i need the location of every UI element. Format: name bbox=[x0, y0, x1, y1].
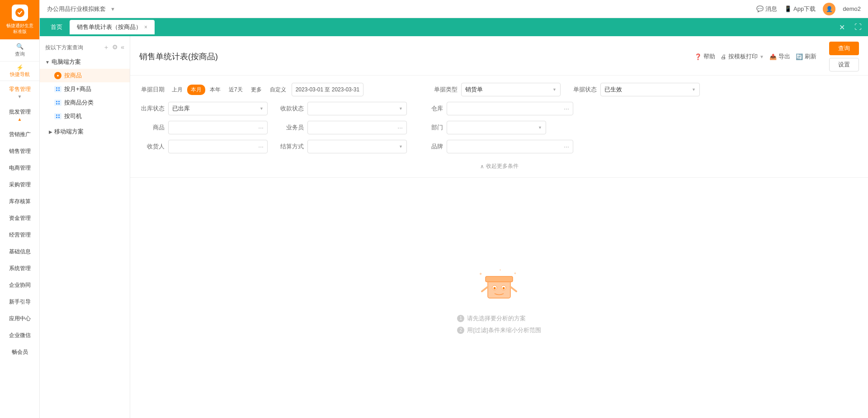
sidebar-item-guide[interactable]: 新手引导 bbox=[0, 294, 39, 310]
export-btn[interactable]: 📤 导出 bbox=[769, 52, 790, 61]
page-body: 按以下方案查询 ＋ ⚙ « ▼ 电脑端方案 ● 按商品 bbox=[40, 36, 868, 418]
sales-label: 销售管理 bbox=[9, 147, 31, 155]
by-driver-icon bbox=[54, 113, 61, 119]
sidebar-item-retail[interactable]: 零售管理 ▼ bbox=[0, 81, 39, 104]
goods-input[interactable]: ··· bbox=[168, 121, 268, 134]
message-btn[interactable]: 💬 消息 bbox=[756, 5, 777, 13]
app-logo[interactable]: 畅捷通好生意 标准版 bbox=[0, 0, 39, 39]
logo-icon bbox=[12, 5, 28, 21]
collapse-label: 收起更多条件 bbox=[486, 162, 519, 170]
sidebar-item-wechat[interactable]: 企业微信 bbox=[0, 327, 39, 344]
date-tab-more[interactable]: 更多 bbox=[247, 85, 265, 95]
sidebar-item-system[interactable]: 系统管理 bbox=[0, 260, 39, 277]
sidebar-item-basic[interactable]: 基础信息 bbox=[0, 243, 39, 260]
svg-point-18 bbox=[503, 287, 505, 289]
purchase-label: 采购管理 bbox=[9, 181, 31, 189]
sidebar-item-wholesale[interactable]: 批发管理 ▲ bbox=[0, 104, 39, 126]
tabbar: 首页 销售单统计表（按商品） × ✕ ⛶ bbox=[40, 18, 868, 36]
date-tab-7days[interactable]: 近7天 bbox=[225, 85, 246, 95]
refresh-btn[interactable]: 🔄 刷新 bbox=[796, 52, 816, 61]
sidebar-search[interactable]: 🔍 查询 bbox=[0, 39, 39, 62]
warehouse-input[interactable]: ··· bbox=[447, 102, 573, 115]
date-tab-last-month[interactable]: 上月 bbox=[168, 85, 186, 95]
sidebar-item-sales[interactable]: 销售管理 bbox=[0, 143, 39, 160]
sidebar-item-ecommerce[interactable]: 电商管理 bbox=[0, 160, 39, 176]
salesperson-input[interactable]: ··· bbox=[307, 121, 407, 134]
recipient-label: 收货人 bbox=[139, 142, 165, 151]
basic-label: 基础信息 bbox=[9, 248, 31, 256]
salesperson-label: 业务员 bbox=[278, 124, 304, 132]
tree-item-by-driver[interactable]: 按司机 bbox=[40, 109, 130, 123]
app-subtitle: 标准版 bbox=[13, 28, 27, 35]
empty-tip-2: 2 用[过滤]条件来缩小分析范围 bbox=[457, 326, 541, 334]
settlement-select[interactable] bbox=[307, 140, 407, 153]
sidebar-item-member[interactable]: 畅会员 bbox=[0, 344, 39, 361]
inventory-label: 库存核算 bbox=[9, 198, 31, 205]
mobile-group-label: 移动端方案 bbox=[54, 128, 84, 136]
filter-row-3: 商品 ··· 业务员 ··· 部门 bbox=[139, 121, 859, 134]
wechat-label: 企业微信 bbox=[9, 332, 31, 339]
brand-input[interactable]: ··· bbox=[447, 140, 573, 153]
help-link[interactable]: ❓ 帮助 bbox=[694, 52, 715, 61]
user-avatar[interactable]: 👤 bbox=[823, 3, 835, 15]
doc-type-select[interactable]: 销货单 bbox=[461, 83, 561, 96]
tab-close-icon[interactable]: × bbox=[144, 24, 147, 30]
doc-status-select[interactable]: 已生效 bbox=[600, 83, 700, 96]
tree-item-by-category[interactable]: 按商品分类 bbox=[40, 96, 130, 109]
department-select[interactable] bbox=[447, 121, 546, 134]
sidebar-item-purchase[interactable]: 采购管理 bbox=[0, 176, 39, 193]
svg-line-20 bbox=[510, 287, 516, 291]
print-btn[interactable]: 🖨 按模板打印 ▼ bbox=[721, 52, 764, 61]
topbar-dropdown-icon[interactable]: ▼ bbox=[110, 6, 115, 12]
date-tab-year[interactable]: 本年 bbox=[206, 85, 224, 95]
sidebar-item-collab[interactable]: 企业协同 bbox=[0, 277, 39, 294]
finance-label: 资金管理 bbox=[9, 214, 31, 222]
sidebar-item-finance[interactable]: 资金管理 bbox=[0, 210, 39, 227]
operations-label: 经营管理 bbox=[9, 231, 31, 239]
collapse-row: ∧ 收起更多条件 bbox=[139, 159, 859, 170]
settings-scheme-icon[interactable]: ⚙ bbox=[112, 43, 118, 52]
collapse-btn[interactable]: ∧ 收起更多条件 bbox=[480, 162, 519, 170]
app-download-icon: 📱 bbox=[784, 5, 792, 12]
date-tab-custom[interactable]: 自定义 bbox=[266, 85, 290, 95]
date-tab-current-month[interactable]: 本月 bbox=[187, 85, 205, 95]
add-scheme-icon[interactable]: ＋ bbox=[103, 43, 109, 52]
tree-group-desktop-title[interactable]: ▼ 电脑端方案 bbox=[40, 55, 130, 69]
appstore-label: 应用中心 bbox=[9, 315, 31, 323]
empty-tips: 1 请先选择要分析的方案 2 用[过滤]条件来缩小分析范围 bbox=[457, 314, 541, 334]
tab-home[interactable]: 首页 bbox=[43, 20, 70, 34]
tab-active[interactable]: 销售单统计表（按商品） × bbox=[70, 20, 155, 34]
sidebar-quicknav[interactable]: ⚡ 快捷导航 bbox=[0, 62, 39, 81]
receipt-status-select[interactable] bbox=[307, 102, 407, 115]
doc-type-label: 单据类型 bbox=[432, 86, 458, 94]
app-download-btn[interactable]: 📱 App下载 bbox=[784, 5, 816, 13]
tree-group-mobile-title[interactable]: ▶ 移动端方案 bbox=[40, 125, 130, 138]
tip-num-2: 2 bbox=[457, 327, 464, 334]
doc-type-value: 销货单 bbox=[465, 86, 483, 94]
tab-close-all-btn[interactable]: ✕ bbox=[835, 21, 848, 33]
out-status-select[interactable]: 已出库 bbox=[168, 102, 268, 115]
sidebar-item-marketing[interactable]: 营销推广 bbox=[0, 126, 39, 143]
recipient-input[interactable]: ··· bbox=[168, 140, 268, 153]
collapse-panel-icon[interactable]: « bbox=[121, 43, 124, 52]
username[interactable]: demo2 bbox=[843, 5, 861, 12]
by-driver-label: 按司机 bbox=[64, 112, 82, 120]
main-content: 办公用品行业模拟账套 ▼ 💬 消息 📱 App下载 👤 demo2 首页 销售单… bbox=[40, 0, 868, 418]
tab-fullscreen-btn[interactable]: ⛶ bbox=[852, 21, 864, 33]
refresh-icon: 🔄 bbox=[796, 53, 803, 60]
svg-rect-2 bbox=[58, 87, 60, 89]
print-arrow-icon: ▼ bbox=[760, 54, 764, 59]
settings-button[interactable]: 设置 bbox=[829, 58, 859, 71]
filter-row-4: 收货人 ··· 结算方式 品牌 ··· bbox=[139, 140, 859, 153]
goods-label: 商品 bbox=[139, 124, 165, 132]
by-category-label: 按商品分类 bbox=[64, 99, 94, 107]
date-range-input[interactable]: 2023-03-01 至 2023-03-31 bbox=[292, 83, 363, 96]
tree-item-by-month-goods[interactable]: 按月+商品 bbox=[40, 82, 130, 96]
tree-item-by-goods[interactable]: ● 按商品 bbox=[40, 69, 130, 82]
sidebar-item-inventory[interactable]: 库存核算 bbox=[0, 193, 39, 210]
query-button[interactable]: 查询 bbox=[829, 42, 859, 55]
sidebar-item-operations[interactable]: 经营管理 bbox=[0, 227, 39, 243]
sidebar-item-appstore[interactable]: 应用中心 bbox=[0, 310, 39, 327]
tip-text-1: 请先选择要分析的方案 bbox=[467, 314, 526, 323]
page-actions: ❓ 帮助 🖨 按模板打印 ▼ 📤 导出 🔄 刷新 bbox=[694, 42, 859, 71]
